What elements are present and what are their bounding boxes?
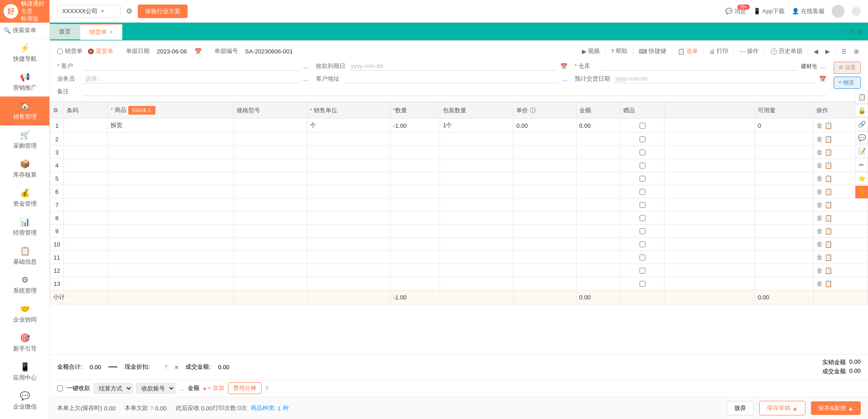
row-product[interactable] bbox=[108, 133, 233, 146]
float-btn-7[interactable]: ⭐ bbox=[855, 172, 868, 185]
customer-address-input[interactable] bbox=[343, 74, 558, 83]
row-qty[interactable] bbox=[390, 251, 440, 264]
delete-row-icon[interactable]: 🗑 bbox=[816, 162, 823, 169]
row-qty[interactable] bbox=[390, 277, 440, 290]
row-qty[interactable] bbox=[390, 172, 440, 185]
row-unit[interactable] bbox=[307, 198, 390, 212]
radio-return-order[interactable]: 退货单 bbox=[88, 47, 113, 55]
row-product[interactable] bbox=[108, 264, 233, 277]
salesperson-dots[interactable]: ... bbox=[303, 75, 309, 82]
sidebar-item-member[interactable]: 👑畅会员 bbox=[0, 415, 49, 419]
row-pkg-qty[interactable] bbox=[440, 238, 514, 251]
radio-sales-input[interactable] bbox=[57, 48, 63, 54]
row-spec[interactable] bbox=[233, 212, 307, 225]
row-spec[interactable] bbox=[233, 225, 307, 238]
delete-row-icon[interactable]: 🗑 bbox=[816, 188, 823, 195]
radio-return-input[interactable] bbox=[88, 48, 94, 54]
row-qty[interactable] bbox=[390, 238, 440, 251]
user-avatar-2[interactable] bbox=[852, 7, 861, 16]
tab-sales-order[interactable]: 销货单 × bbox=[80, 24, 122, 40]
customer-input[interactable] bbox=[83, 62, 300, 71]
row-barcode[interactable] bbox=[64, 277, 108, 290]
row-amount[interactable] bbox=[576, 277, 620, 290]
delivery-date-input[interactable] bbox=[614, 74, 815, 83]
row-pkg-qty[interactable] bbox=[440, 251, 514, 264]
float-btn-8[interactable]: 🔶 bbox=[855, 186, 868, 198]
gift-checkbox[interactable] bbox=[640, 241, 645, 247]
gift-checkbox[interactable] bbox=[640, 202, 645, 208]
delete-row-icon[interactable]: 🗑 bbox=[816, 122, 823, 129]
row-pkg-qty[interactable] bbox=[440, 133, 514, 146]
row-price[interactable] bbox=[514, 133, 577, 146]
row-pkg-qty[interactable] bbox=[440, 264, 514, 277]
row-gift[interactable] bbox=[621, 185, 664, 198]
copy-row-icon[interactable]: 📋 bbox=[824, 188, 832, 195]
sidebar-item-guide[interactable]: 🎯新手引导 bbox=[0, 328, 49, 357]
row-spec[interactable] bbox=[233, 146, 307, 159]
row-unit[interactable] bbox=[307, 251, 390, 264]
date-calendar-icon[interactable]: 📅 bbox=[194, 48, 202, 55]
row-gift[interactable] bbox=[621, 238, 664, 251]
gift-checkbox[interactable] bbox=[640, 281, 645, 287]
row-unit[interactable] bbox=[307, 185, 390, 198]
row-amount[interactable] bbox=[576, 264, 620, 277]
copy-row-icon[interactable]: 📋 bbox=[824, 175, 832, 182]
delete-row-icon[interactable]: 🗑 bbox=[816, 149, 823, 156]
row-price[interactable] bbox=[514, 212, 577, 225]
row-product[interactable] bbox=[108, 172, 233, 185]
payment-method-select[interactable]: 结算方式 bbox=[94, 383, 133, 394]
payment-account-select[interactable]: 收款账号 bbox=[136, 383, 175, 394]
online-support-button[interactable]: 👤 在线客服 bbox=[792, 7, 824, 15]
select-order-button[interactable]: 📋 选单 bbox=[676, 46, 700, 56]
row-spec[interactable] bbox=[233, 133, 307, 146]
tab-view-icon[interactable]: ☰ bbox=[847, 26, 856, 37]
message-button[interactable]: 💬 消息 99+ bbox=[725, 7, 746, 15]
row-amount[interactable] bbox=[576, 251, 620, 264]
row-pkg-qty[interactable]: 1个 bbox=[440, 119, 514, 133]
nav-next-button[interactable]: ▶ bbox=[824, 47, 832, 56]
row-product[interactable] bbox=[108, 238, 233, 251]
row-price[interactable] bbox=[514, 146, 577, 159]
row-barcode[interactable] bbox=[64, 119, 108, 133]
gift-checkbox[interactable] bbox=[640, 189, 645, 195]
search-menu[interactable]: 🔍 搜索菜单 bbox=[0, 23, 49, 39]
user-avatar[interactable] bbox=[832, 5, 844, 18]
row-barcode[interactable] bbox=[64, 225, 108, 238]
copy-row-icon[interactable]: 📋 bbox=[824, 227, 832, 235]
logistics-button[interactable]: + 物流 bbox=[834, 77, 861, 89]
row-gift[interactable] bbox=[621, 251, 664, 264]
actions-button[interactable]: ⋯ 操作 bbox=[738, 46, 761, 56]
gift-checkbox[interactable] bbox=[640, 136, 645, 142]
payment-due-calendar-icon[interactable]: 📅 bbox=[560, 63, 567, 70]
float-btn-5[interactable]: 📝 bbox=[855, 145, 868, 158]
row-price[interactable] bbox=[514, 159, 577, 172]
row-gift[interactable] bbox=[621, 264, 664, 277]
copy-row-icon[interactable]: 📋 bbox=[824, 149, 832, 156]
row-spec[interactable] bbox=[233, 198, 307, 212]
warehouse-dots[interactable]: ... bbox=[821, 63, 826, 70]
trial-button[interactable]: 体验行业方案 bbox=[138, 5, 188, 18]
sidebar-item-basic[interactable]: 📋基础信息 bbox=[0, 241, 49, 270]
gift-checkbox[interactable] bbox=[640, 149, 645, 155]
expense-split-button[interactable]: 费用分摊 bbox=[228, 382, 262, 394]
copy-row-icon[interactable]: 📋 bbox=[824, 201, 832, 208]
tab-home[interactable]: 首页 bbox=[50, 24, 80, 39]
tab-close-all-icon[interactable]: × bbox=[839, 26, 847, 37]
row-barcode[interactable] bbox=[64, 264, 108, 277]
row-qty[interactable] bbox=[390, 159, 440, 172]
row-amount[interactable] bbox=[576, 225, 620, 238]
row-gift[interactable] bbox=[621, 133, 664, 146]
row-spec[interactable] bbox=[233, 119, 307, 133]
row-amount[interactable] bbox=[576, 172, 620, 185]
row-unit[interactable] bbox=[307, 133, 390, 146]
row-unit[interactable] bbox=[307, 238, 390, 251]
copy-row-icon[interactable]: 📋 bbox=[824, 135, 832, 143]
row-pkg-qty[interactable] bbox=[440, 159, 514, 172]
row-unit[interactable] bbox=[307, 159, 390, 172]
row-amount[interactable] bbox=[576, 159, 620, 172]
payment-dots[interactable]: ... bbox=[179, 385, 184, 392]
gift-checkbox[interactable] bbox=[640, 255, 645, 260]
row-unit[interactable] bbox=[307, 172, 390, 185]
sidebar-item-wechat[interactable]: 💬企业微信 bbox=[0, 386, 49, 415]
row-price[interactable] bbox=[514, 277, 577, 290]
